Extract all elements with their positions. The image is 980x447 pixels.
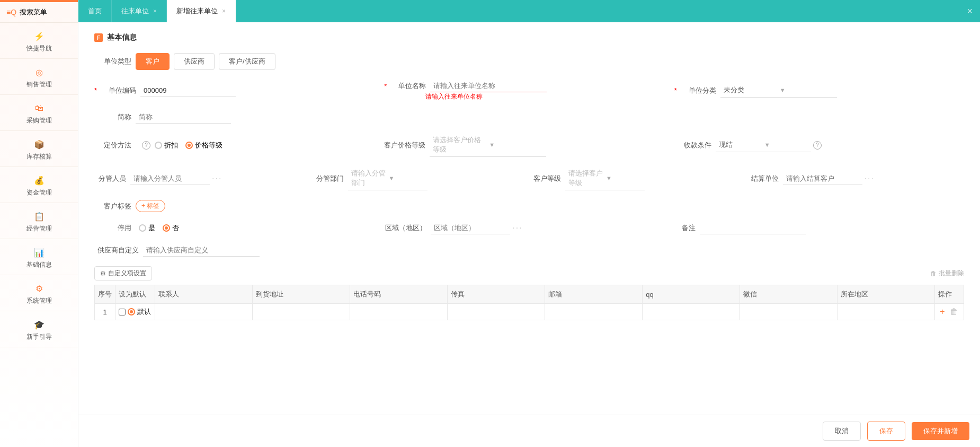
- sidebar-item-purchase[interactable]: 🛍 采购管理: [0, 95, 78, 131]
- settlement-more-btn[interactable]: ···: [865, 174, 875, 183]
- cell-default: 默认: [115, 304, 155, 320]
- customer-level-field: 客户等级 请选择客户等级 ▼: [529, 166, 747, 190]
- sidebar: ≡Q 搜索菜单 ⚡ 快捷导航 ◎ 销售管理 🛍 采购管理 📦 库存核算 💰 资金…: [0, 0, 78, 447]
- unit-category-select[interactable]: 未分类 ▼: [720, 83, 837, 98]
- add-tag-btn[interactable]: + 标签: [136, 200, 165, 212]
- radio-price-level-circle: [185, 142, 193, 149]
- email-input[interactable]: [548, 308, 639, 316]
- cell-qq[interactable]: [643, 304, 740, 320]
- unit-name-input[interactable]: [430, 80, 547, 92]
- table-region-input[interactable]: [841, 308, 931, 316]
- manager-more-btn[interactable]: ···: [212, 174, 222, 183]
- cell-actions: + 🗑: [935, 304, 964, 320]
- payment-terms-field: 收款条件 现结 ▼ ?: [674, 133, 964, 157]
- radio-discount[interactable]: 折扣: [155, 141, 178, 150]
- wechat-input[interactable]: [743, 308, 834, 316]
- sidebar-item-guide[interactable]: 🎓 新手引导: [0, 311, 78, 347]
- customer-level-label: 客户等级: [529, 174, 561, 183]
- sidebar-item-finance[interactable]: 💰 资金管理: [0, 167, 78, 203]
- radio-price-level[interactable]: 价格等级: [185, 141, 222, 150]
- radio-stop-no[interactable]: 否: [163, 223, 179, 233]
- manager-row: 分管人员 ··· 分管部门 请输入分管部门 ▼ 客户等级 请选择客户等级 ▼ 结…: [94, 166, 964, 190]
- sidebar-nav: ⚡ 快捷导航 ◎ 销售管理 🛍 采购管理 📦 库存核算 💰 资金管理 📋 经营管…: [0, 23, 78, 447]
- tab-new-partner-close[interactable]: ×: [222, 7, 226, 15]
- manager-label: 分管人员: [94, 174, 126, 183]
- qq-input[interactable]: [646, 308, 736, 316]
- cell-address[interactable]: [253, 304, 350, 320]
- payment-terms-select[interactable]: 现结 ▼: [716, 138, 811, 152]
- contact-input[interactable]: [158, 308, 249, 316]
- section-basic-info: F 基本信息: [94, 33, 964, 42]
- type-supplier-btn[interactable]: 供应商: [174, 53, 215, 70]
- cell-phone[interactable]: [350, 304, 448, 320]
- cell-email[interactable]: [545, 304, 643, 320]
- save-button[interactable]: 保存: [867, 422, 905, 441]
- sidebar-item-sales[interactable]: ◎ 销售管理: [0, 59, 78, 95]
- sidebar-item-label: 资金管理: [26, 188, 52, 197]
- unit-code-input[interactable]: [140, 84, 236, 97]
- col-default: 设为默认: [115, 285, 155, 304]
- purchase-icon: 🛍: [33, 102, 45, 114]
- sidebar-item-quick-nav[interactable]: ⚡ 快捷导航: [0, 23, 78, 59]
- cell-fax[interactable]: [448, 304, 545, 320]
- manager-input[interactable]: [130, 172, 210, 185]
- unit-name-label: 单位名称: [389, 81, 426, 91]
- sidebar-item-inventory[interactable]: 📦 库存核算: [0, 131, 78, 167]
- cancel-button[interactable]: 取消: [823, 422, 861, 441]
- row-add-btn[interactable]: +: [938, 307, 946, 317]
- abbr-input[interactable]: [136, 111, 231, 124]
- cell-contact[interactable]: [155, 304, 253, 320]
- region-more-btn[interactable]: ···: [512, 223, 522, 233]
- col-fax: 传真: [448, 285, 545, 304]
- type-both-btn[interactable]: 客户/供应商: [219, 53, 275, 70]
- fax-input[interactable]: [451, 308, 541, 316]
- customer-price-level-select[interactable]: 请选择客户价格等级 ▼: [430, 133, 546, 157]
- row-default-radio[interactable]: 默认: [128, 307, 151, 317]
- dept-field: 分管部门 请输入分管部门 ▼: [312, 166, 530, 190]
- tags-row: 客户标签 + 标签: [94, 200, 964, 212]
- payment-terms-label: 收款条件: [674, 141, 711, 150]
- col-qq: qq: [643, 285, 740, 304]
- row-delete-btn[interactable]: 🗑: [948, 307, 960, 317]
- batch-delete-btn[interactable]: 🗑 批量删除: [930, 269, 964, 278]
- remark-input[interactable]: [700, 222, 806, 234]
- payment-terms-help-icon[interactable]: ?: [813, 141, 822, 150]
- cell-region[interactable]: [838, 304, 935, 320]
- settlement-unit-input[interactable]: [783, 172, 862, 185]
- gear-icon: ⚙: [100, 270, 106, 277]
- customer-level-select[interactable]: 请选择客户等级 ▼: [565, 166, 645, 190]
- tab-partners[interactable]: 往来单位 ×: [112, 0, 167, 22]
- supplier-custom-input[interactable]: [143, 244, 260, 257]
- tab-partners-close[interactable]: ×: [153, 7, 157, 15]
- row-default-circle: [128, 308, 135, 315]
- radio-stop-yes[interactable]: 是: [139, 223, 155, 233]
- type-customer-btn[interactable]: 客户: [136, 53, 170, 70]
- sales-icon: ◎: [33, 66, 45, 78]
- row-checkbox[interactable]: [119, 309, 126, 315]
- dept-select[interactable]: 请输入分管部门 ▼: [348, 166, 427, 190]
- abbr-label: 简称: [94, 112, 131, 122]
- unit-type-row: 单位类型 客户 供应商 客户/供应商: [94, 53, 964, 70]
- ops-icon: 📋: [33, 211, 45, 222]
- sidebar-item-basic[interactable]: 📊 基础信息: [0, 239, 78, 275]
- region-input[interactable]: [431, 222, 510, 234]
- address-input[interactable]: [256, 308, 346, 316]
- sidebar-search[interactable]: ≡Q 搜索菜单: [0, 2, 78, 23]
- customize-settings-btn[interactable]: ⚙ 自定义项设置: [94, 266, 152, 281]
- close-all-tabs[interactable]: ×: [959, 0, 980, 22]
- cell-wechat[interactable]: [740, 304, 838, 320]
- col-phone: 电话号码: [350, 285, 448, 304]
- required-star: *: [94, 86, 97, 94]
- pricing-help-icon[interactable]: ?: [142, 141, 150, 150]
- tab-new-partner[interactable]: 新增往来单位 ×: [167, 0, 236, 22]
- row-default-label: 默认: [137, 307, 151, 317]
- sidebar-item-system[interactable]: ⚙ 系统管理: [0, 275, 78, 311]
- unit-code-field: * 单位编码: [94, 80, 384, 101]
- col-index: 序号: [95, 285, 115, 304]
- col-region: 所在地区: [838, 285, 935, 304]
- sidebar-item-ops[interactable]: 📋 经营管理: [0, 203, 78, 239]
- phone-input[interactable]: [353, 308, 444, 316]
- radio-stop-no-circle: [163, 224, 170, 232]
- save-new-button[interactable]: 保存并新增: [912, 422, 969, 440]
- tab-home[interactable]: 首页: [78, 0, 112, 22]
